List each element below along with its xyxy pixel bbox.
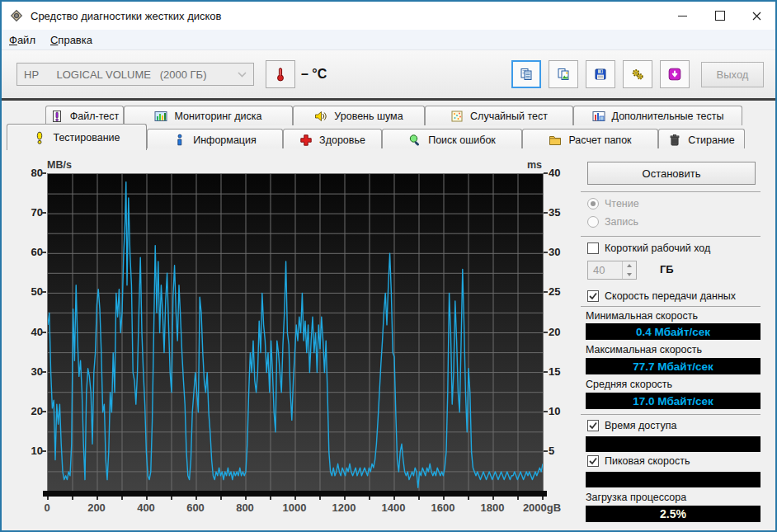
error-scan-icon — [408, 134, 421, 147]
tick-mark — [42, 252, 46, 253]
tab-disk-monitor[interactable]: Мониторинг диска — [124, 106, 293, 125]
left-axis-tick: 40 — [20, 326, 43, 338]
tab-error-scan[interactable]: Поиск ошибок — [382, 129, 522, 150]
menu-help[interactable]: Справка — [43, 34, 100, 46]
left-axis-tick: 30 — [20, 365, 43, 378]
short-stroke-checkbox[interactable]: Короткий рабочий ход — [587, 242, 710, 254]
write-radio-label: Запись — [605, 216, 638, 228]
tick-mark — [294, 497, 296, 500]
spin-down-icon — [627, 273, 632, 276]
min-speed-value: 0.4 Мбайт/сек — [586, 323, 761, 340]
tab-health[interactable]: Здоровье — [283, 129, 382, 150]
tick-mark — [492, 497, 494, 500]
burst-speed-checkbox[interactable]: Пиковая скорость — [587, 455, 690, 467]
settings-button[interactable] — [623, 60, 652, 88]
folder-calc-icon — [549, 134, 562, 147]
read-radio-label: Чтение — [605, 198, 639, 210]
temperature-value: – °C — [301, 67, 327, 82]
tab-erase[interactable]: Стирание — [658, 129, 745, 150]
tab-file-test[interactable]: Файл-тест — [45, 106, 124, 125]
read-radio[interactable]: Чтение — [587, 198, 639, 210]
tab-noise-level[interactable]: Уровень шума — [293, 106, 425, 125]
toolbar-buttons — [511, 60, 690, 88]
checkbox-box — [587, 420, 599, 431]
tick-mark — [121, 497, 123, 500]
tick-mark — [42, 332, 46, 333]
radio-dot — [587, 216, 599, 228]
maximize-button[interactable] — [701, 2, 738, 30]
temperature-button[interactable] — [266, 60, 295, 88]
tab-label: Уровень шума — [334, 111, 403, 122]
drive-select-value: HP LOGICAL VOLUME (2000 ГБ) — [24, 68, 238, 81]
save-report-button[interactable] — [586, 60, 615, 88]
x-axis-tick: 1400 — [382, 501, 406, 514]
menu-file[interactable]: Файл — [2, 34, 43, 46]
transfer-speed-checkbox[interactable]: Скорость передачи данных — [587, 290, 736, 302]
tick-mark — [544, 371, 548, 373]
transfer-speed-label: Скорость передачи данных — [605, 290, 736, 302]
menu-bar: Файл Справка — [2, 30, 775, 50]
tick-mark — [171, 497, 172, 500]
minimize-button[interactable] — [664, 2, 701, 30]
exit-button[interactable]: Выход — [701, 62, 764, 87]
separator — [581, 414, 761, 415]
tick-mark — [319, 497, 321, 500]
access-time-value — [586, 436, 761, 452]
x-axis-tick: 800 — [236, 501, 254, 514]
x-axis-tick: 400 — [137, 501, 155, 514]
right-axis-tick: 30 — [549, 246, 572, 258]
spin-up-button[interactable] — [623, 261, 636, 271]
cpu-load-value: 2.5% — [586, 506, 761, 522]
right-axis-tick: 25 — [549, 285, 572, 298]
tick-mark — [47, 497, 49, 500]
right-axis-tick: 15 — [549, 365, 572, 378]
x-axis-tick: 0 — [44, 501, 49, 514]
checkbox-box — [587, 455, 599, 467]
speed-chart — [47, 173, 544, 492]
tick-mark — [270, 497, 271, 500]
tick-mark — [146, 497, 148, 500]
size-unit-label: ГБ — [660, 263, 674, 275]
burst-speed-label: Пиковая скорость — [605, 455, 690, 467]
access-time-checkbox[interactable]: Время доступа — [587, 420, 676, 431]
right-axis-unit: ms — [521, 159, 542, 171]
burst-speed-value — [586, 472, 761, 487]
tab-label: Мониторинг диска — [174, 111, 261, 122]
left-axis-tick: 50 — [20, 285, 43, 298]
tick-mark — [195, 497, 197, 500]
tab-testing[interactable]: Тестирование — [7, 124, 147, 150]
tick-mark — [42, 411, 46, 412]
chevron-down-icon — [238, 72, 247, 78]
close-button[interactable] — [738, 2, 775, 30]
tab-additional-tests[interactable]: Дополнительные тесты — [573, 106, 742, 125]
tick-mark — [542, 497, 544, 500]
tab-label: Информация — [193, 134, 257, 146]
tab-random-test[interactable]: Случайный тест — [425, 106, 573, 125]
copy-image-button[interactable] — [549, 60, 578, 88]
write-radio[interactable]: Запись — [587, 216, 638, 228]
tick-mark — [42, 212, 46, 214]
window-title: Средство диагностики жестких дисков — [31, 10, 221, 22]
short-stroke-size-input[interactable]: 40 — [587, 261, 637, 280]
tab-folder-calc[interactable]: Расчет папок — [522, 129, 658, 150]
tick-mark — [42, 291, 46, 293]
max-speed-value: 77.7 Мбайт/сек — [586, 358, 761, 374]
avg-speed-label: Средняя скорость — [586, 379, 672, 390]
additional-tests-icon — [592, 110, 605, 123]
right-axis-tick: 20 — [549, 326, 572, 338]
spin-down-button[interactable] — [623, 271, 636, 280]
copy-report-button[interactable] — [511, 60, 541, 88]
tick-mark — [544, 291, 548, 293]
tab-information[interactable]: Информация — [147, 129, 283, 150]
right-axis-tick: 10 — [549, 405, 572, 417]
left-axis-unit: MB/s — [47, 159, 72, 171]
tab-label: Случайный тест — [470, 111, 548, 122]
test-control-panel: Остановить Чтение Запись Короткий рабочи… — [584, 148, 767, 530]
copy-image-icon — [557, 68, 570, 81]
testing-tab-page: MB/s ms 80706050403020104035302520151050… — [2, 148, 775, 530]
drive-select[interactable]: HP LOGICAL VOLUME (2000 ГБ) — [16, 63, 254, 86]
tick-mark — [544, 172, 548, 174]
download-button[interactable] — [660, 60, 690, 88]
copy-icon — [520, 68, 533, 81]
stop-button[interactable]: Остановить — [587, 162, 756, 185]
